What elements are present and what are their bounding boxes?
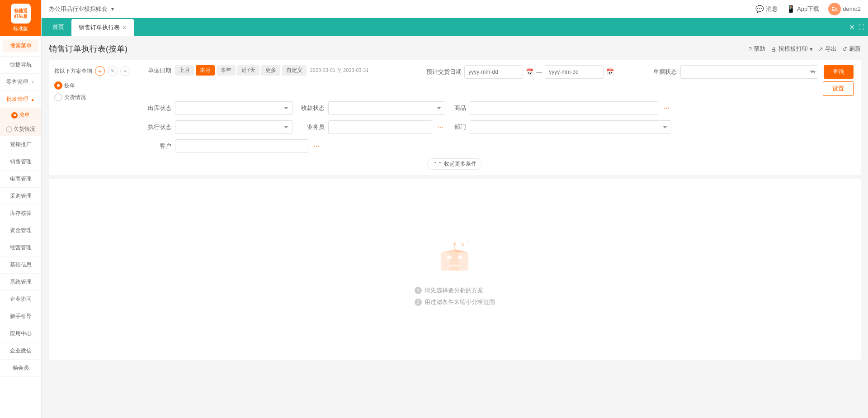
dept-select[interactable] <box>470 120 671 134</box>
message-icon: 💬 <box>755 5 764 13</box>
out-status-select[interactable] <box>175 101 292 115</box>
sidebar-item-new-guide[interactable]: 新手引导 <box>0 308 41 325</box>
filter-panel: 按以下方案查询 + ✎ « 按单 欠货情况 <box>49 60 861 175</box>
collapse-button[interactable]: ⌃⌃ 收起更多条件 <box>427 158 482 170</box>
date-buttons: 上月 本月 本年 近7天 更多 自定义 <box>175 65 307 76</box>
sidebar-item-quick-nav[interactable]: 快捷导航 <box>0 57 41 74</box>
order-selected-icon <box>54 81 62 90</box>
svg-rect-6 <box>449 265 460 266</box>
user-profile[interactable]: Ea demo2 <box>828 3 861 15</box>
app-logo[interactable]: 畅捷通好生意 标准版 <box>0 0 41 36</box>
sidebar-item-operations[interactable]: 经营管理 <box>0 239 41 256</box>
query-button[interactable]: 查询 <box>824 65 854 79</box>
topbar-page-title: 办公用品行业模拟账套 <box>49 5 108 13</box>
message-button[interactable]: 💬 消息 <box>755 5 778 13</box>
refresh-icon: ↺ <box>842 46 847 52</box>
sidebar-item-retail[interactable]: 零售管理 ▼ <box>0 74 41 91</box>
help-icon: ? <box>749 46 752 52</box>
svg-rect-5 <box>458 256 462 259</box>
sidebar-item-wholesale[interactable]: 批发管理 ▲ <box>0 91 41 108</box>
print-icon: 🖨 <box>771 46 777 52</box>
settings-button[interactable]: 设置 <box>823 81 854 96</box>
date-btn-this-month[interactable]: 本月 <box>196 65 215 76</box>
goods-ellipsis-icon[interactable]: ··· <box>662 104 671 112</box>
svg-point-2 <box>462 243 464 246</box>
receipt-status-select[interactable] <box>328 101 446 115</box>
sidebar-subitem-debt[interactable]: 欠货情况 <box>0 122 41 136</box>
date-range-text: 2023-03-01 至 2023-03-31 <box>310 67 369 74</box>
sidebar-item-basic-info[interactable]: 基础信息 <box>0 256 41 274</box>
page-actions: ? 帮助 🖨 按模板打印 ▾ ↗ 导出 ↺ 刷新 <box>749 45 861 53</box>
sidebar: 畅捷通好生意 标准版 搜索菜单 快捷导航 零售管理 ▼ 批发管理 ▲ 按单 欠货… <box>0 0 42 418</box>
date-btn-this-year[interactable]: 本年 <box>217 65 236 76</box>
empty-illustration <box>432 232 477 277</box>
date-btn-custom[interactable]: 自定义 <box>282 65 307 76</box>
sidebar-item-system[interactable]: 系统管理 <box>0 274 41 291</box>
filter-conditions: 单据日期 上月 本月 本年 近7天 更多 自定义 2023-03-01 至 20… <box>139 60 861 155</box>
expected-date-end[interactable] <box>545 65 604 79</box>
svg-point-8 <box>453 242 456 245</box>
doc-status-select[interactable] <box>680 65 818 79</box>
topbar-dropdown-icon[interactable]: ▾ <box>111 6 114 12</box>
refresh-button[interactable]: ↺ 刷新 <box>842 45 861 53</box>
sidebar-item-sales-mgmt[interactable]: 销售管理 <box>0 153 41 171</box>
tab-close-icon[interactable]: ✕ <box>123 25 127 31</box>
sidebar-item-purchase[interactable]: 采购管理 <box>0 188 41 205</box>
sidebar-subitem-order[interactable]: 按单 <box>0 108 41 122</box>
topbar-left: 办公用品行业模拟账套 ▾ <box>49 5 114 13</box>
main-content: 办公用品行业模拟账套 ▾ 💬 消息 📱 App下载 Ea demo2 首页 <box>42 0 868 418</box>
sidebar-item-finance[interactable]: 资金管理 <box>0 222 41 239</box>
collapse-scheme-button[interactable]: « <box>120 66 130 76</box>
avatar: Ea <box>828 3 841 15</box>
customer-input[interactable] <box>175 139 308 153</box>
query-buttons-area: 查询 设置 <box>823 65 854 96</box>
expected-date-start[interactable] <box>464 65 523 79</box>
add-scheme-button[interactable]: + <box>95 66 105 76</box>
edit-scheme-button[interactable]: ✎ <box>108 66 118 76</box>
page-content: 销售订单执行表(按单) ? 帮助 🖨 按模板打印 ▾ ↗ 导出 ↺ 刷新 <box>42 36 868 418</box>
retail-arrow-icon: ▼ <box>31 80 35 85</box>
exec-status-select[interactable] <box>175 120 292 134</box>
sidebar-item-enterprise[interactable]: 企业协同 <box>0 291 41 308</box>
print-button[interactable]: 🖨 按模板打印 ▾ <box>771 45 813 53</box>
empty-tip-2: 2 用过滤条件来缩小分析范围 <box>415 298 495 306</box>
calendar-end-icon[interactable]: 📅 <box>606 68 614 76</box>
tab-maximize-icon[interactable]: ⛶ <box>859 24 864 31</box>
scheme-option-order[interactable]: 按单 <box>54 81 133 90</box>
search-menu-button[interactable]: 搜索菜单 <box>3 39 38 52</box>
salesperson-label: 业务员 <box>300 123 325 131</box>
collapse-bar: ⌃⌃ 收起更多条件 <box>49 155 861 175</box>
sidebar-item-ecommerce[interactable]: 电商管理 <box>0 171 41 188</box>
calendar-start-icon[interactable]: 📅 <box>526 68 533 76</box>
goods-input[interactable] <box>470 101 658 115</box>
print-dropdown-icon: ▾ <box>810 46 813 52</box>
receipt-status-label: 收款状态 <box>300 104 325 112</box>
svg-rect-4 <box>447 256 452 259</box>
sidebar-item-inventory[interactable]: 库存核算 <box>0 205 41 222</box>
app-download-button[interactable]: 📱 App下载 <box>787 5 819 13</box>
logo-subtitle: 标准版 <box>13 25 28 32</box>
tab-close-window-icon[interactable]: ✕ <box>849 23 855 32</box>
help-button[interactable]: ? 帮助 <box>749 45 765 53</box>
salesperson-input[interactable] <box>328 120 432 134</box>
home-tab-label: 首页 <box>52 23 64 31</box>
sidebar-item-marketing[interactable]: 营销推广 <box>0 136 41 153</box>
exec-status-label: 执行状态 <box>146 123 171 131</box>
scheme-option-debt[interactable]: 欠货情况 <box>54 93 133 101</box>
sidebar-item-app-center[interactable]: 应用中心 <box>0 325 41 342</box>
page-title: 销售订单执行表(按单) <box>49 43 127 54</box>
svg-point-3 <box>467 240 468 242</box>
date-btn-more[interactable]: 更多 <box>261 65 280 76</box>
salesperson-ellipsis-icon[interactable]: ··· <box>436 124 445 131</box>
date-btn-last7[interactable]: 近7天 <box>237 65 259 76</box>
tab-home[interactable]: 首页 <box>45 18 71 36</box>
sidebar-item-member[interactable]: 畅会员 <box>0 360 41 377</box>
dept-label: 部门 <box>453 123 466 131</box>
date-btn-last-month[interactable]: 上月 <box>175 65 194 76</box>
debt-unselected-icon <box>54 93 62 101</box>
sidebar-item-corp-wechat[interactable]: 企业微信 <box>0 342 41 360</box>
export-button[interactable]: ↗ 导出 <box>818 45 837 53</box>
customer-ellipsis-icon[interactable]: ··· <box>312 142 321 150</box>
tab-sales-order[interactable]: 销售订单执行表 ✕ <box>71 19 134 36</box>
order-dot-icon <box>11 112 18 119</box>
